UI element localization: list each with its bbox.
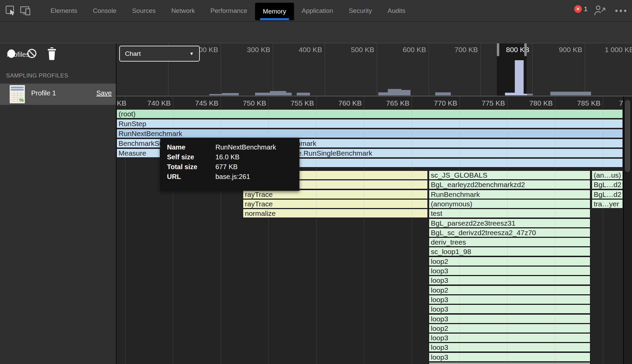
ruler-tick-label: 7 (619, 99, 623, 108)
flame-bar[interactable]: normalize (243, 209, 428, 218)
flame-bar[interactable]: BgL…d2 (592, 190, 623, 199)
view-mode-select[interactable]: Chart ▼ (119, 46, 200, 62)
flame-bar[interactable]: loop3 (429, 295, 590, 304)
content-top-divider (0, 43, 632, 43)
flame-bar[interactable]: (root) (117, 109, 623, 118)
flame-bar[interactable]: loop2 (429, 324, 590, 333)
flame-gridline (316, 96, 317, 364)
tab-strip: ElementsConsoleSourcesNetworkPerformance… (43, 0, 413, 21)
flame-bar[interactable]: RunNextBenchmark (117, 129, 623, 138)
ruler-tick-label: 785 KB (516, 99, 601, 108)
tab-console[interactable]: Console (85, 0, 124, 21)
flame-gridline (459, 96, 460, 364)
flame-bar[interactable]: loop3 (429, 304, 590, 314)
tooltip-field-value: 16.0 KB (215, 152, 239, 162)
trash-icon[interactable] (47, 47, 57, 62)
flame-gridline (603, 96, 603, 364)
flame-bar[interactable]: loop2 (429, 286, 590, 295)
flame-bar[interactable]: (anonymous) (429, 199, 590, 208)
flame-scrollbar-thumb[interactable] (625, 100, 630, 172)
flame-bar[interactable]: rayTrace (243, 190, 428, 199)
memory-histogram-bar (286, 93, 292, 95)
inspect-icon[interactable] (5, 5, 17, 17)
flame-bar[interactable]: BenchmarkSuite.RunSingleBenchmark (117, 139, 161, 148)
flame-bar[interactable]: BgL…d2 (592, 180, 623, 189)
tooltip-row: NameRunNextBenchmark (160, 142, 299, 152)
selection-handle-left[interactable] (497, 43, 499, 56)
tooltip-field-label: URL (167, 172, 181, 182)
error-badge-icon[interactable]: ✕ (574, 5, 582, 13)
flame-bar[interactable]: loop3 (429, 276, 590, 285)
flame-bar[interactable]: loop3 (429, 333, 590, 342)
tooltip-field-label: Total size (167, 162, 197, 172)
memory-histogram-bar (222, 93, 239, 95)
tab-security[interactable]: Security (341, 0, 380, 21)
memory-histogram-bar (209, 94, 222, 95)
tooltip-row: Total size677 KB (160, 162, 299, 172)
flame-bar[interactable]: BgL_earleyzd2benchmarkzd2 (429, 180, 590, 189)
tab-application[interactable]: Application (294, 0, 341, 21)
tab-elements[interactable]: Elements (43, 0, 85, 21)
flame-bar[interactable]: rayTrace (243, 199, 428, 208)
flame-tooltip: NameRunNextBenchmarkSelf size16.0 KBTota… (160, 138, 299, 191)
flame-bar[interactable]: loop3 (429, 352, 590, 362)
profiles-sidebar: Profiles SAMPLING PROFILES % Profile 1 S… (0, 43, 116, 364)
memory-histogram-bar (515, 60, 524, 95)
tab-memory[interactable]: Memory (255, 3, 294, 20)
memory-histogram-bar (527, 94, 533, 95)
tab-performance[interactable]: Performance (203, 0, 255, 21)
spreadsheet-percent-icon: % (9, 85, 25, 104)
memory-histogram-bar (550, 92, 591, 95)
dropdown-caret-icon: ▼ (189, 51, 194, 56)
tab-audits[interactable]: Audits (380, 0, 413, 21)
flame-bar[interactable]: deriv_trees (429, 237, 590, 247)
flame-gridline (412, 96, 412, 364)
flame-bar[interactable]: test (429, 209, 590, 218)
error-x: ✕ (576, 6, 580, 12)
flame-bar[interactable]: BgL_sc_derivzd2treesza2_47z70 (429, 228, 590, 237)
selection-handle-right[interactable] (524, 43, 527, 56)
tooltip-row: URLbase.js:261 (160, 172, 299, 182)
record-icon[interactable] (7, 49, 15, 58)
memory-histogram-bar (255, 93, 270, 95)
flame-bar[interactable]: Measure (117, 149, 160, 158)
memory-histogram-bar (401, 90, 410, 95)
flame-bar[interactable]: sc_JS_GLOBALS (429, 170, 590, 180)
flame-gridline (364, 96, 364, 364)
flame-gridline (220, 96, 221, 364)
memory-histogram-bar (297, 93, 310, 95)
flame-bar[interactable]: (an…us) (592, 170, 623, 180)
flame-bar[interactable]: tra…yer (592, 199, 623, 208)
more-menu-icon[interactable] (613, 4, 629, 19)
flame-bar[interactable]: loop3 (429, 314, 590, 323)
tooltip-field-value: 677 KB (215, 162, 238, 172)
flame-bar[interactable]: loop2 (429, 257, 590, 266)
devtools-tab-bar: ElementsConsoleSourcesNetworkPerformance… (0, 0, 632, 22)
view-mode-value: Chart (125, 50, 141, 58)
flame-bar[interactable]: sc_loop1_98 (429, 247, 590, 256)
profile-list-item[interactable]: % Profile 1 Save (0, 84, 116, 105)
flame-bar[interactable]: BenchmarkSuite.RunSingleBenchmark (247, 149, 623, 158)
flame-bar[interactable]: BgL_parsezd2ze3treesz31 (429, 219, 590, 228)
memory-histogram-bar (435, 92, 451, 95)
user-arrow-icon[interactable] (593, 4, 606, 16)
tab-sources[interactable]: Sources (124, 0, 164, 21)
tooltip-field-value: base.js:261 (215, 172, 250, 182)
tab-network[interactable]: Network (164, 0, 203, 21)
tooltip-field-label: Name (167, 142, 185, 152)
flame-bar[interactable]: loop3 (429, 266, 590, 275)
overview-tick-label: 1 000 KB (549, 45, 632, 54)
flame-gridline (268, 96, 269, 364)
memory-histogram-bar (524, 94, 527, 95)
tooltip-field-label: Self size (167, 152, 194, 162)
flame-bar[interactable]: RunStep (117, 119, 623, 128)
flame-gridline (125, 96, 126, 364)
flame-bar[interactable]: loop3 (429, 343, 590, 352)
flame-bar[interactable] (429, 362, 590, 364)
block-icon[interactable] (26, 48, 37, 60)
device-toolbar-icon[interactable] (20, 5, 32, 17)
save-link[interactable]: Save (96, 89, 112, 97)
toolbar-divider (116, 43, 117, 65)
flame-bar[interactable]: RunBenchmark (429, 190, 590, 199)
memory-histogram-bar (388, 89, 401, 95)
